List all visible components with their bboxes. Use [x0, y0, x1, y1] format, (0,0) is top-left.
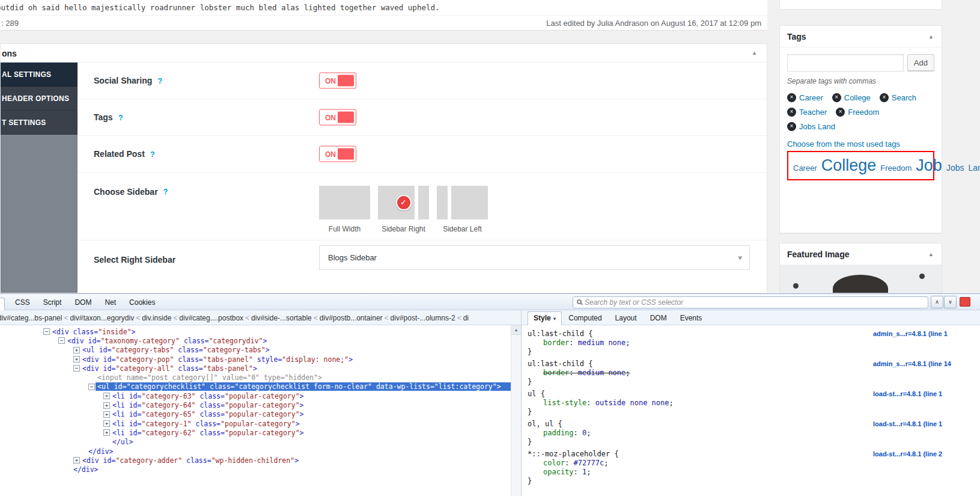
devtools-search-input[interactable]: [582, 298, 928, 307]
remove-tag-icon[interactable]: ×: [836, 108, 845, 117]
css-source-link[interactable]: load-st...r=4.8.1 (line 1: [873, 420, 942, 427]
breadcrumb-item[interactable]: di: [461, 314, 470, 322]
help-icon[interactable]: ?: [118, 113, 123, 122]
remove-tag-icon[interactable]: ×: [880, 93, 889, 102]
featured-image[interactable]: [780, 265, 942, 293]
collapse-twisty-icon[interactable]: −: [73, 365, 80, 372]
html-tree-node[interactable]: <input name="post_category[]" value="0" …: [0, 373, 511, 382]
style-panel-tab-events[interactable]: Events: [674, 311, 709, 325]
collapse-arrow-icon[interactable]: ▲: [752, 50, 757, 56]
tag-cloud-item[interactable]: Freedom: [880, 164, 912, 173]
expand-twisty-icon[interactable]: +: [103, 420, 110, 427]
settings-tab-t-settings[interactable]: T SETTINGS: [1, 111, 78, 135]
css-declaration[interactable]: color: #72777c;: [528, 459, 980, 468]
css-source-link[interactable]: admin_s...r=4.8.1 (line 1: [873, 330, 948, 337]
right-sidebar-select[interactable]: Blogs Sidebar ▾: [319, 245, 750, 270]
tree-scrollbar[interactable]: ▲: [511, 325, 521, 496]
expand-twisty-icon[interactable]: +: [103, 402, 110, 409]
breadcrumb-item[interactable]: div#side-...sortable: [249, 314, 314, 322]
options-header[interactable]: ons ▲: [1, 44, 767, 63]
html-tree-node[interactable]: +<li id="category-64" class="popular-cat…: [0, 400, 511, 409]
devtools-tab-css[interactable]: CSS: [8, 296, 37, 309]
breadcrumb-item[interactable]: div#categ...bs-panel: [0, 314, 64, 322]
html-tree-node[interactable]: −<div id="taxonomy-category" class="cate…: [0, 336, 511, 345]
html-tree-node[interactable]: +<li id="category-1" class="popular-cate…: [0, 419, 511, 428]
css-source-link[interactable]: load-st...r=4.8.1 (line 1: [873, 390, 942, 397]
breadcrumb-item[interactable]: div#categ....postbox: [177, 314, 245, 322]
help-icon[interactable]: ?: [157, 76, 162, 85]
tag-cloud-item[interactable]: Career: [793, 164, 817, 173]
expand-twisty-icon[interactable]: +: [103, 393, 110, 399]
devtools-search[interactable]: [573, 296, 928, 308]
devtools-tab-cookies[interactable]: Cookies: [123, 296, 162, 309]
settings-tab-header-options[interactable]: HEADER OPTIONS: [1, 87, 78, 111]
devtools-tab-script[interactable]: Script: [37, 296, 68, 309]
css-source-link[interactable]: load-st...r=4.8.1 (line 2: [873, 450, 942, 458]
remove-tag-icon[interactable]: ×: [787, 122, 796, 131]
collapse-arrow-icon[interactable]: ▲: [928, 251, 934, 257]
post-content-editor[interactable]: outdid oh said hello majestically roadru…: [0, 0, 767, 15]
html-tree-node[interactable]: </div>: [0, 465, 511, 474]
breadcrumb-item[interactable]: div.inside: [140, 314, 173, 322]
tag-cloud-item[interactable]: Land: [968, 163, 980, 173]
toggle-related-post[interactable]: ON: [319, 146, 356, 162]
html-tree-node[interactable]: +<ul id="category-tabs" class="category-…: [0, 346, 511, 355]
sidebar-option-sidebar-left[interactable]: Sidebar Left: [437, 186, 488, 233]
breadcrumb-item[interactable]: div#taxon...egorydiv: [68, 314, 136, 322]
help-icon[interactable]: ?: [150, 150, 155, 159]
most-used-tags-link[interactable]: Choose from the most used tags: [787, 139, 900, 148]
partial-tab[interactable]: [0, 298, 5, 310]
html-tree-node[interactable]: +<li id="category-63" class="popular-cat…: [0, 391, 511, 400]
collapse-twisty-icon[interactable]: −: [88, 384, 95, 390]
html-tree-node[interactable]: −<div class="inside">: [0, 327, 511, 336]
tag-cloud-item[interactable]: College: [821, 156, 877, 174]
breadcrumb-item[interactable]: div#postb...ontainer: [318, 314, 385, 322]
css-declaration[interactable]: padding: 0;: [528, 429, 980, 438]
new-tag-input[interactable]: [787, 54, 904, 72]
settings-tab-al-settings[interactable]: AL SETTINGS: [1, 63, 78, 87]
tag-cloud-item[interactable]: Job: [916, 156, 942, 174]
css-source-link[interactable]: admin_s...r=4.8.1 (line 14: [873, 360, 951, 367]
html-tree-node[interactable]: +<li id="category-62" class="popular-cat…: [0, 428, 511, 437]
html-tree-node[interactable]: +<li id="category-65" class="popular-cat…: [0, 410, 511, 419]
expand-twisty-icon[interactable]: +: [73, 457, 80, 464]
collapse-twisty-icon[interactable]: −: [43, 328, 50, 335]
remove-tag-icon[interactable]: ×: [787, 108, 796, 117]
html-tree-node[interactable]: </ul>: [0, 438, 511, 447]
html-tree-node[interactable]: +<div id="category-pop" class="tabs-pane…: [0, 355, 511, 364]
style-panel-tab-computed[interactable]: Computed: [562, 311, 608, 325]
html-tree-node[interactable]: +<div id="category-adder" class="wp-hidd…: [0, 456, 511, 465]
css-declaration[interactable]: list-style: outside none none;: [528, 399, 980, 408]
toggle-tags[interactable]: ON: [319, 109, 356, 126]
style-panel-tab-layout[interactable]: Layout: [609, 311, 644, 325]
tags-box-header[interactable]: Tags ▲: [780, 26, 942, 47]
collapse-arrow-icon[interactable]: ▲: [928, 34, 934, 40]
devtools-tab-net[interactable]: Net: [98, 296, 123, 309]
css-declaration[interactable]: opacity: 1;: [528, 468, 980, 477]
breadcrumb-item[interactable]: div#post-...olumns-2: [389, 314, 457, 322]
scroll-up-icon[interactable]: ▲: [511, 325, 521, 335]
style-panel-tab-dom[interactable]: DOM: [644, 311, 674, 325]
sidebar-option-sidebar-right[interactable]: ✓Sidebar Right: [378, 186, 429, 233]
sidebar-option-full-width[interactable]: Full Width: [319, 186, 370, 233]
html-tree-node[interactable]: </div>: [0, 447, 511, 456]
toggle-social-sharing[interactable]: ON: [319, 73, 356, 89]
css-declaration[interactable]: border: medium none;: [528, 338, 980, 348]
html-tree-node[interactable]: −<ul id="categorychecklist" class="categ…: [0, 382, 511, 391]
expand-twisty-icon[interactable]: +: [103, 429, 110, 436]
expand-twisty-icon[interactable]: +: [73, 347, 80, 354]
devtools-close-button[interactable]: [960, 297, 970, 307]
remove-tag-icon[interactable]: ×: [787, 93, 796, 102]
help-icon[interactable]: ?: [163, 187, 168, 196]
expand-twisty-icon[interactable]: +: [73, 356, 80, 363]
featured-image-header[interactable]: Featured Image ▲: [780, 243, 942, 265]
expand-twisty-icon[interactable]: +: [103, 411, 110, 418]
html-tree-node[interactable]: −<div id="category-all" class="tabs-pane…: [0, 364, 511, 373]
css-declaration[interactable]: border: medium none;: [528, 369, 980, 378]
add-tag-button[interactable]: Add: [907, 54, 934, 71]
style-panel-tab-style[interactable]: Style▾: [528, 311, 562, 326]
search-next-button[interactable]: ∨: [944, 296, 957, 308]
remove-tag-icon[interactable]: ×: [832, 93, 841, 102]
tag-cloud-item[interactable]: Jobs: [946, 163, 964, 173]
devtools-tab-dom[interactable]: DOM: [68, 296, 98, 309]
